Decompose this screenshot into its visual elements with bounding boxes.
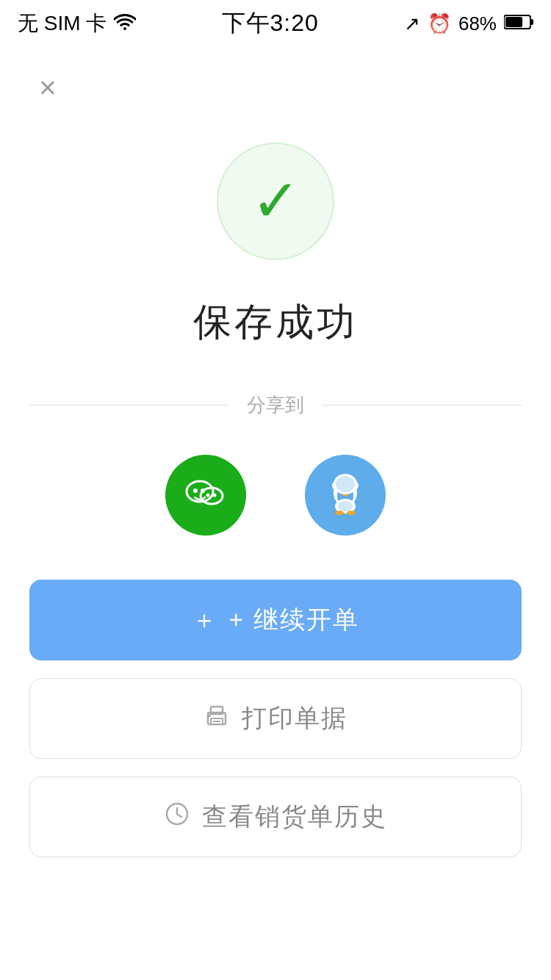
wechat-share-button[interactable] (165, 455, 246, 536)
plus-icon: ＋ (192, 603, 217, 637)
divider-line-right (322, 405, 522, 406)
battery-label: 68% (458, 12, 497, 35)
status-right: ↗ ⏰ 68% (404, 12, 533, 35)
share-divider: 分享到 (29, 392, 522, 418)
no-sim-label: 无 SIM 卡 (18, 10, 107, 37)
svg-point-17 (335, 511, 344, 515)
close-button[interactable]: × (29, 69, 66, 106)
status-bar: 无 SIM 卡 下午3:20 ↗ ⏰ 68% (0, 0, 551, 47)
alarm-icon: ⏰ (428, 12, 451, 35)
battery-icon (504, 12, 533, 35)
continue-order-button[interactable]: ＋ + 继续开单 (29, 580, 522, 660)
qq-icon (320, 469, 371, 521)
svg-point-6 (201, 489, 205, 493)
success-circle: ✓ (217, 143, 334, 260)
svg-point-7 (206, 494, 210, 497)
continue-order-label: + 继续开单 (228, 603, 359, 637)
wifi-icon (114, 12, 136, 35)
history-button[interactable]: 查看销货单历史 (29, 777, 522, 857)
print-button[interactable]: 打印单据 (29, 678, 522, 759)
svg-point-23 (338, 501, 353, 511)
success-section: ✓ 保存成功 (0, 113, 551, 392)
close-icon: × (39, 73, 56, 102)
svg-point-5 (193, 489, 198, 493)
svg-point-28 (208, 714, 211, 717)
history-icon (164, 801, 190, 833)
svg-point-18 (347, 511, 356, 515)
divider-line-left (29, 405, 229, 406)
close-button-container: × (0, 47, 551, 113)
checkmark-icon: ✓ (251, 172, 300, 231)
wechat-icon (180, 469, 231, 521)
share-section: 分享到 (0, 392, 551, 536)
svg-rect-2 (505, 17, 522, 27)
success-title: 保存成功 (193, 297, 358, 348)
location-icon: ↗ (404, 12, 420, 35)
history-label: 查看销货单历史 (202, 800, 387, 834)
svg-rect-1 (530, 19, 533, 25)
svg-point-22 (336, 476, 355, 492)
status-left: 无 SIM 卡 (18, 10, 136, 37)
print-label: 打印单据 (242, 702, 347, 735)
share-label: 分享到 (229, 392, 322, 418)
actions-section: ＋ + 继续开单 打印单据 查看销货单历史 (0, 580, 551, 857)
svg-point-8 (213, 494, 217, 497)
share-icons (29, 455, 522, 536)
print-icon (204, 702, 230, 735)
qq-share-button[interactable] (305, 455, 386, 536)
status-time: 下午3:20 (222, 7, 319, 40)
